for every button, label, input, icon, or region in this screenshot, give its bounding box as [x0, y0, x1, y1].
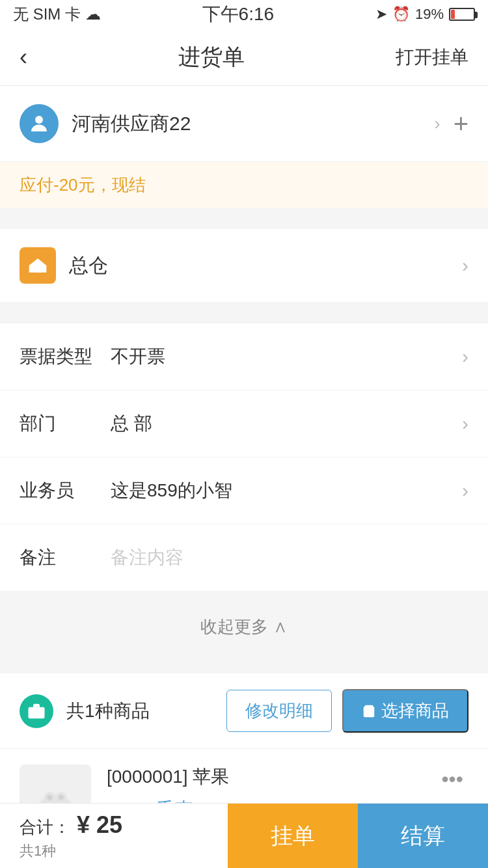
status-right: ➤ ⏰ 19%: [375, 6, 475, 23]
divider: [0, 653, 488, 663]
chevron-right-icon: ›: [434, 113, 440, 134]
divider: [0, 219, 488, 229]
status-left: 无 SIM 卡 ☁: [13, 4, 101, 25]
cart-icon: [362, 704, 376, 718]
add-supplier-button[interactable]: +: [454, 109, 468, 139]
warehouse-name: 总仓: [69, 252, 462, 279]
warehouse-row[interactable]: 总仓 ›: [0, 229, 488, 302]
location-icon: ➤: [375, 6, 387, 23]
total-label-text: 合计：: [20, 816, 70, 839]
warehouse-icon: [27, 255, 48, 276]
chevron-right-icon: ›: [462, 254, 468, 277]
invoice-type-label: 票据类型: [20, 344, 98, 369]
salesman-row[interactable]: 业务员 这是859的小智 ›: [0, 457, 488, 524]
svg-point-13: [48, 796, 51, 799]
payment-notice: 应付-20元，现结: [0, 162, 488, 208]
supplier-name: 河南供应商22: [72, 111, 434, 137]
warehouse-icon-wrap: [20, 247, 56, 284]
salesman-value: 这是859的小智: [98, 478, 462, 503]
status-time: 下午6:16: [202, 2, 275, 27]
svg-point-0: [35, 116, 43, 124]
total-label: 合计： ¥ 25: [20, 811, 208, 839]
warehouse-card: 总仓 ›: [0, 229, 488, 302]
invoice-type-row[interactable]: 票据类型 不开票 ›: [0, 323, 488, 390]
sim-label: 无 SIM 卡 ☁: [13, 4, 101, 25]
battery-percent: 19%: [415, 6, 444, 23]
collapse-toggle[interactable]: 收起更多 ∧: [0, 601, 488, 653]
checkout-button[interactable]: 结算: [358, 804, 488, 869]
chevron-right-icon: ›: [462, 413, 468, 435]
remark-label: 备注: [20, 545, 98, 570]
battery-icon: [449, 8, 475, 21]
supplier-row[interactable]: 河南供应商22 › +: [0, 86, 488, 162]
salesman-label: 业务员: [20, 478, 98, 503]
total-amount: ¥ 25: [77, 811, 122, 839]
product-header: 共1种商品 修改明细 选择商品: [0, 673, 488, 748]
remark-input[interactable]: 备注内容: [98, 545, 468, 570]
back-button[interactable]: ‹: [20, 44, 27, 71]
product-name: [0000001] 苹果: [107, 765, 436, 789]
chevron-right-icon: ›: [462, 346, 468, 368]
supplier-card: 河南供应商22 › + 应付-20元，现结: [0, 86, 488, 208]
department-row[interactable]: 部门 总 部 ›: [0, 390, 488, 457]
bottom-bar: 合计： ¥ 25 共1种 挂单 结算: [0, 803, 488, 868]
form-card: 票据类型 不开票 › 部门 总 部 › 业务员 这是859的小智 › 备注 备注…: [0, 323, 488, 591]
department-label: 部门: [20, 411, 98, 436]
product-icon-wrap: [20, 694, 53, 728]
divider: [0, 312, 488, 323]
invoice-type-value: 不开票: [98, 344, 462, 369]
remark-row[interactable]: 备注 备注内容: [0, 524, 488, 591]
svg-rect-1: [34, 267, 42, 273]
chevron-right-icon: ›: [462, 480, 468, 502]
product-count: 共1种商品: [66, 699, 226, 724]
open-pending-button[interactable]: 打开挂单: [396, 45, 468, 70]
product-icon: [27, 701, 46, 721]
person-icon: [27, 112, 51, 135]
supplier-avatar: [20, 104, 59, 143]
product-name-text: 苹果: [193, 766, 229, 787]
content-area: 河南供应商22 › + 应付-20元，现结 总仓 › 票据类型 不开票 ›: [0, 86, 488, 868]
svg-rect-2: [29, 707, 45, 718]
nav-bar: ‹ 进货单 打开挂单: [0, 29, 488, 86]
edit-detail-button[interactable]: 修改明细: [226, 690, 332, 732]
status-bar: 无 SIM 卡 ☁ 下午6:16 ➤ ⏰ 19%: [0, 0, 488, 29]
total-sub-label: 共1种: [20, 841, 208, 861]
page-title: 进货单: [178, 42, 245, 72]
total-section: 合计： ¥ 25 共1种: [0, 811, 228, 861]
more-options-button[interactable]: •••: [436, 765, 468, 794]
svg-point-14: [59, 796, 62, 799]
department-value: 总 部: [98, 411, 462, 436]
select-product-button[interactable]: 选择商品: [342, 689, 468, 733]
product-code: [0000001]: [107, 766, 188, 787]
suspend-button[interactable]: 挂单: [228, 804, 358, 869]
alarm-icon: ⏰: [392, 6, 410, 23]
select-product-label: 选择商品: [381, 699, 449, 722]
